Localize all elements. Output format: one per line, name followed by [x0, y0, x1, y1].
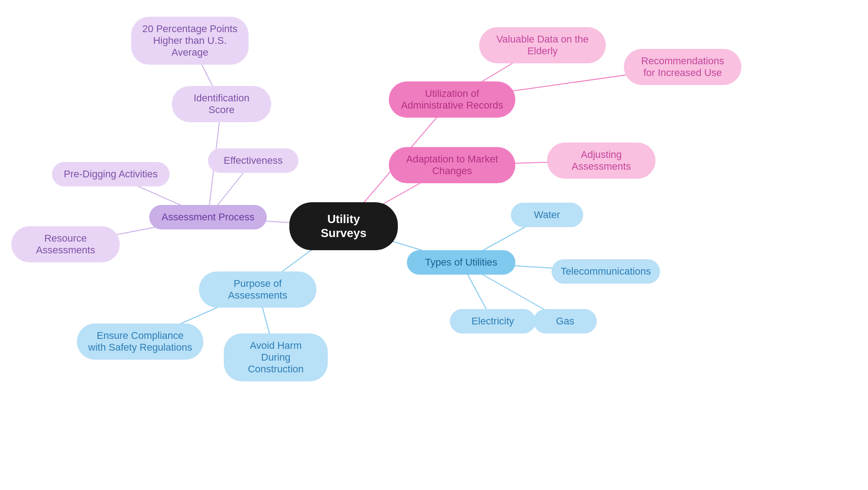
node-water: Water	[511, 203, 583, 227]
node-gas: Gas	[533, 309, 597, 333]
node-identification-score: Identification Score	[172, 86, 271, 122]
node-twenty-percent: 20 Percentage Points Higher than U.S. Av…	[131, 17, 249, 65]
center-node: Utility Surveys	[289, 202, 398, 250]
node-resource-assessments: Resource Assessments	[11, 226, 120, 262]
node-assessment-process: Assessment Process	[149, 205, 267, 229]
node-adaptation-market: Adaptation to Market Changes	[389, 147, 515, 183]
node-valuable-data: Valuable Data on the Elderly	[479, 27, 606, 63]
node-pre-digging: Pre-Digging Activities	[52, 162, 170, 186]
node-telecommunications: Telecommunications	[552, 259, 660, 284]
node-recommendations: Recommendations for Increased Use	[624, 49, 741, 85]
node-effectiveness: Effectiveness	[208, 148, 298, 173]
node-purpose-assessments: Purpose of Assessments	[199, 271, 316, 308]
node-ensure-compliance: Ensure Compliance with Safety Regulation…	[77, 323, 203, 360]
node-adjusting-assessments: Adjusting Assessments	[547, 143, 656, 179]
node-utilization-admin: Utilization of Administrative Records	[389, 81, 515, 118]
mindmap-container: Utility SurveysAssessment ProcessPre-Dig…	[0, 0, 868, 490]
node-types-utilities: Types of Utilities	[407, 250, 515, 275]
node-avoid-harm: Avoid Harm During Construction	[224, 333, 328, 381]
node-electricity: Electricity	[450, 309, 536, 333]
